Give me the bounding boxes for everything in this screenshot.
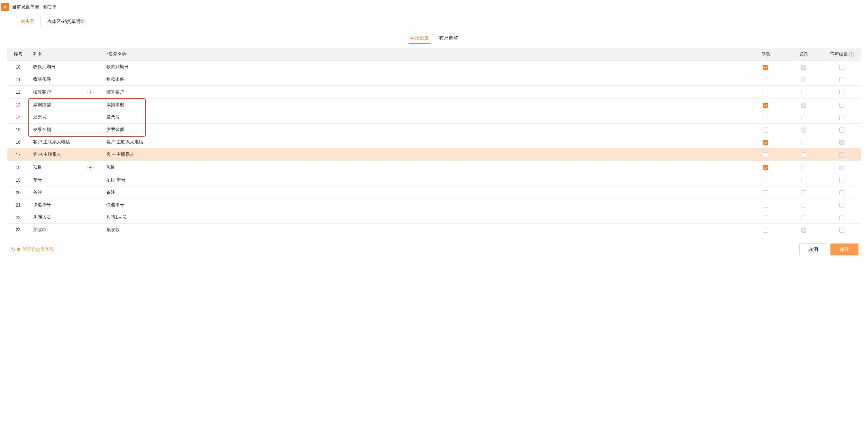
sub-tab-1[interactable]: 布局调整 — [438, 33, 460, 44]
row-display-name[interactable]: 收款到期日 — [102, 61, 746, 73]
checkbox-required[interactable] — [801, 178, 806, 183]
table-row: 15发票金额发票金额 — [7, 124, 861, 136]
gear-icon: ⚙ — [17, 247, 21, 252]
checkbox-readonly[interactable] — [839, 215, 844, 220]
checkbox-required[interactable] — [801, 115, 806, 120]
checkbox-show[interactable] — [763, 115, 768, 120]
checkbox-readonly[interactable] — [839, 65, 844, 70]
checkbox-readonly[interactable] — [839, 115, 844, 120]
table-row: 22步骤人员步骤1人员 — [7, 211, 861, 224]
row-col-name: 发票金额 — [29, 124, 102, 136]
row-display-name[interactable]: 备注 — [102, 187, 746, 199]
checkbox-show[interactable] — [763, 65, 768, 70]
checkbox-show[interactable] — [763, 103, 768, 108]
row-display-name[interactable]: 项目 — [102, 161, 746, 174]
checkbox-show[interactable] — [763, 140, 768, 145]
row-col-name: 项目+ — [29, 161, 102, 174]
row-display-name[interactable]: 步骤1人员 — [102, 211, 746, 224]
table-row: 10收款到期日收款到期日 — [7, 61, 861, 73]
cancel-button[interactable]: 取消 — [799, 244, 827, 255]
expand-plus-button[interactable]: + — [87, 89, 94, 95]
checkbox-readonly[interactable] — [839, 203, 844, 208]
checkbox-readonly[interactable] — [839, 190, 844, 195]
section-tab-0[interactable]: 表头区 — [14, 16, 41, 27]
row-seq: 16 — [7, 136, 29, 148]
table-row: 23预收款预收款 — [7, 224, 861, 236]
checkbox-show[interactable] — [763, 215, 768, 220]
checkbox-show[interactable] — [763, 77, 768, 82]
checkbox-readonly[interactable] — [839, 127, 844, 133]
col-display-header: *显示名称 — [102, 49, 746, 61]
checkbox-show[interactable] — [763, 190, 768, 195]
checkbox-show[interactable] — [763, 228, 768, 233]
page-title: 当前设置单据：销货单 — [12, 4, 57, 10]
expand-plus-button[interactable]: + — [87, 164, 94, 171]
checkbox-readonly[interactable] — [839, 178, 844, 183]
save-button[interactable]: 保存 — [830, 244, 859, 255]
chevron-right-double-icon — [3, 5, 7, 9]
checkbox-readonly[interactable] — [839, 228, 844, 233]
checkbox-required[interactable] — [801, 190, 806, 195]
row-display-name[interactable]: 票据类型 — [102, 99, 746, 111]
checkbox-required[interactable] — [801, 152, 806, 158]
section-tab-1[interactable]: 表体区-销货单明细 — [41, 16, 91, 27]
col-show-header: 显示 — [746, 49, 784, 61]
checkbox-readonly[interactable] — [839, 103, 844, 108]
table-row: 13票据类型票据类型 — [7, 99, 861, 111]
row-display-name[interactable]: 发票金额 — [102, 124, 746, 136]
row-seq: 21 — [7, 199, 29, 211]
row-display-name[interactable]: 快递单号 — [102, 199, 746, 211]
table-row: 20备注备注 — [7, 187, 861, 199]
row-col-name: 车号 — [29, 174, 102, 187]
header-bar: 当前设置单据：销货单 — [0, 0, 868, 14]
checkbox-readonly[interactable] — [839, 90, 844, 95]
col-name-header: 列名 — [29, 49, 102, 61]
row-seq: 23 — [7, 224, 29, 236]
row-display-name[interactable]: 收款条件 — [102, 73, 746, 86]
checkbox-required[interactable] — [801, 90, 806, 95]
checkbox-show[interactable] — [763, 152, 768, 158]
checkbox-show[interactable] — [763, 165, 768, 170]
checkbox-show[interactable] — [763, 127, 768, 133]
checkbox-required — [801, 65, 806, 70]
checkbox-readonly[interactable] — [839, 77, 844, 82]
col-required-header: 必录 — [784, 49, 823, 61]
table-row: 12结算客户+结算客户 — [7, 86, 861, 99]
checkbox-required[interactable] — [801, 203, 806, 208]
checkbox-required — [801, 77, 806, 82]
manage-custom-fields-link[interactable]: ? ⚙ 管理自定义字段 — [9, 247, 54, 252]
row-display-name[interactable]: 发票号 — [102, 111, 746, 124]
sub-tab-0[interactable]: 字段设置 — [408, 33, 430, 44]
row-display-name[interactable]: 结算客户 — [102, 86, 746, 99]
checkbox-required[interactable] — [801, 165, 806, 170]
checkbox-required[interactable] — [801, 140, 806, 145]
row-display-name[interactable]: 客户.主联系人电话 — [102, 136, 746, 148]
row-col-name: 快递单号 — [29, 199, 102, 211]
row-col-name: 备注 — [29, 187, 102, 199]
help-icon[interactable]: ? — [849, 52, 854, 57]
sub-tabs: 字段设置布局调整 — [0, 27, 868, 44]
col-seq-header: 序号 — [7, 49, 29, 61]
row-seq: 15 — [7, 124, 29, 136]
collapse-sidebar-button[interactable] — [1, 3, 9, 11]
footer-bar: ? ⚙ 管理自定义字段 取消 保存 — [0, 239, 868, 260]
col-readonly-header: 不可编辑? — [823, 49, 861, 61]
table-row: 14发票号发票号 — [7, 111, 861, 124]
checkbox-show[interactable] — [763, 203, 768, 208]
help-icon[interactable]: ? — [9, 247, 14, 252]
row-seq: 13 — [7, 99, 29, 111]
row-display-name[interactable]: 预收款 — [102, 224, 746, 236]
row-col-name: 票据类型 — [29, 99, 102, 111]
table-row: 19车号项目.车号 — [7, 174, 861, 187]
row-seq: 19 — [7, 174, 29, 187]
checkbox-readonly — [839, 140, 844, 145]
row-display-name[interactable]: 客户.主联系人 — [102, 148, 746, 161]
checkbox-readonly — [839, 152, 844, 158]
checkbox-show[interactable] — [763, 178, 768, 183]
row-seq: 14 — [7, 111, 29, 124]
row-seq: 22 — [7, 211, 29, 224]
checkbox-show[interactable] — [763, 90, 768, 95]
field-settings-table: 序号 列名 *显示名称 显示 必录 不可编辑? 10收款到期日收款到期日11收款… — [7, 49, 861, 236]
checkbox-required[interactable] — [801, 215, 806, 220]
row-display-name[interactable]: 项目.车号 — [102, 174, 746, 187]
